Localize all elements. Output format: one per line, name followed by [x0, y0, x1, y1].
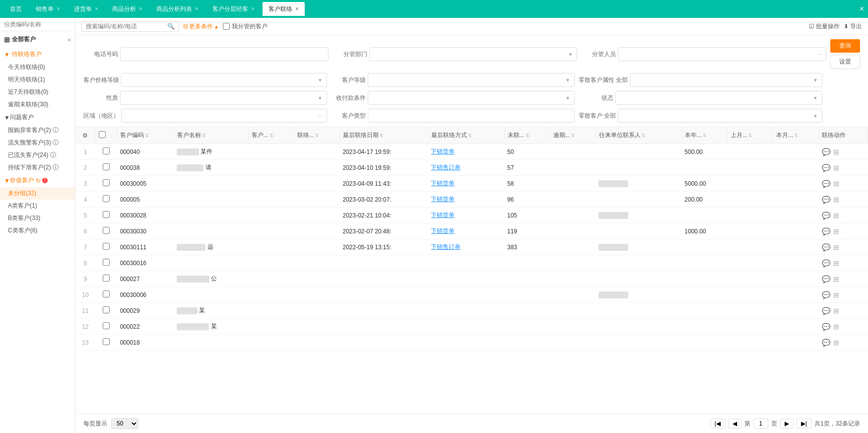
page-size-select[interactable]: 50 100 200 [111, 418, 138, 429]
first-page-button[interactable]: |◀ [710, 419, 725, 429]
tab-product-analysis[interactable]: 商品分析 × [106, 2, 148, 16]
comment-icon[interactable]: 💬 [822, 243, 830, 251]
tab-sales[interactable]: 销售单 × [30, 2, 66, 16]
search-input[interactable] [86, 23, 165, 30]
tab-customer-stratify[interactable]: 客户分层经客 × [206, 2, 261, 16]
grid-action-icon[interactable]: ⊞ [833, 148, 839, 156]
last-method-link[interactable]: 下销货单 [431, 196, 455, 203]
comment-icon[interactable]: 💬 [822, 180, 830, 188]
query-button[interactable]: 查询 [830, 39, 860, 53]
contact-column-header[interactable]: 联络...⇅ [294, 127, 339, 144]
reset-button[interactable]: 设置 [830, 55, 860, 69]
refresh-icon[interactable]: ↻ [36, 177, 41, 184]
row-checkbox[interactable] [103, 259, 110, 266]
prev-page-button[interactable]: ◀ [728, 419, 741, 429]
comment-icon[interactable]: 💬 [822, 164, 830, 172]
close-sales-tab-icon[interactable]: × [57, 5, 60, 12]
select-all-checkbox[interactable] [99, 131, 106, 138]
name-column-header[interactable]: 客户名称⇅ [174, 127, 248, 144]
sidebar-group-value[interactable]: ▼ 价值客户 ↻ ! [0, 174, 75, 187]
comment-icon[interactable]: 💬 [822, 339, 830, 347]
dept-select[interactable]: ▼ [369, 47, 578, 61]
customer-type-input[interactable] [368, 109, 575, 123]
my-customers-checkbox[interactable] [223, 23, 230, 30]
last-method-column-header[interactable]: 最后联络方式⇅ [428, 127, 504, 144]
grid-action-icon[interactable]: ⊞ [833, 196, 839, 204]
row-checkbox[interactable] [103, 147, 110, 154]
my-customers-checkbox-area[interactable]: 我分管的客户 [223, 22, 267, 31]
sidebar-item-churned[interactable]: 已流失客户(24) ⓘ [0, 149, 75, 161]
settings-column-header[interactable]: ⚙ [75, 127, 95, 144]
last-method-link[interactable]: 下销售订单 [431, 243, 461, 250]
unit-contact-column-header[interactable]: 往来单位联系人⇅ [596, 127, 681, 144]
close-purchase-tab-icon[interactable]: × [95, 5, 98, 12]
phone-input[interactable] [120, 47, 329, 61]
grid-action-icon[interactable]: ⊞ [833, 164, 839, 172]
grid-action-icon[interactable]: ⊞ [833, 307, 839, 315]
tab-purchase[interactable]: 进货单 × [68, 2, 104, 16]
batch-operation-button[interactable]: ☑ 批量操作 [809, 22, 840, 31]
close-product-list-tab-icon[interactable]: × [195, 5, 199, 12]
sidebar-all-customers[interactable]: ⊞ 全部客户 « [0, 31, 75, 48]
this-month-column-header[interactable]: 本月...⇅ [773, 127, 819, 144]
scatter-customer-select[interactable]: ▼ [618, 109, 822, 123]
sidebar-item-today-pending[interactable]: 今天待联络(0) [0, 61, 75, 73]
page-number-input[interactable] [753, 419, 768, 429]
last-method-link[interactable]: 下销货单 [431, 227, 455, 234]
sidebar-item-class-c[interactable]: C类客户(6) [0, 224, 75, 237]
sidebar-collapse-icon[interactable]: « [67, 36, 71, 43]
grid-action-icon[interactable]: ⊞ [833, 259, 839, 267]
grid-action-icon[interactable]: ⊞ [833, 275, 839, 283]
sidebar-item-overdue-pending[interactable]: 逾期未联络(30) [0, 98, 75, 111]
sidebar-item-class-b[interactable]: B类客户(33) [0, 212, 75, 224]
code-column-header[interactable]: 客户编码⇅ [117, 127, 174, 144]
sidebar-item-abnormal[interactable]: 囤购异常客户(2) ⓘ [0, 124, 75, 137]
sidebar-group-pending[interactable]: ▼ 待联络客户 [0, 48, 75, 61]
tab-home[interactable]: 首页 [4, 2, 28, 16]
sidebar-item-churn-warning[interactable]: 流失预警客户(3) ⓘ [0, 137, 75, 149]
overdue-column-header[interactable]: 逾期...⇅ [550, 127, 596, 144]
sidebar-item-7days-pending[interactable]: 近7天待联络(0) [0, 86, 75, 98]
grid-action-icon[interactable]: ⊞ [833, 180, 839, 188]
sidebar-group-problem[interactable]: ▼ 问题客户 [0, 111, 75, 124]
sidebar-item-class-a[interactable]: A类客户(1) [0, 200, 75, 212]
grid-action-icon[interactable]: ⊞ [833, 323, 839, 331]
row-checkbox[interactable] [103, 306, 110, 313]
row-checkbox[interactable] [103, 338, 110, 345]
export-button[interactable]: ⬇ 导出 [844, 22, 862, 31]
next-page-button[interactable]: ▶ [780, 419, 794, 429]
sidebar-item-declining[interactable]: 持续下滑客户(2) ⓘ [0, 161, 75, 174]
status-select[interactable]: ▼ [615, 91, 822, 105]
comment-icon[interactable]: 💬 [822, 307, 830, 315]
last-method-link[interactable]: 下销售订单 [431, 164, 461, 171]
row-checkbox[interactable] [103, 163, 110, 170]
row-checkbox[interactable] [103, 275, 110, 282]
comment-icon[interactable]: 💬 [822, 212, 830, 219]
comment-icon[interactable]: 💬 [822, 196, 830, 204]
last-page-button[interactable]: ▶| [797, 419, 811, 429]
grid-action-icon[interactable]: ⊞ [833, 243, 839, 251]
comment-icon[interactable]: 💬 [822, 291, 830, 299]
comment-icon[interactable]: 💬 [822, 323, 830, 331]
comment-icon[interactable]: 💬 [822, 275, 830, 283]
close-stratify-tab-icon[interactable]: × [251, 5, 255, 12]
comment-icon[interactable]: 💬 [822, 148, 830, 156]
price-level-select[interactable]: ▼ [121, 73, 327, 87]
comment-icon[interactable]: 💬 [822, 227, 830, 235]
grid-action-icon[interactable]: ⊞ [833, 227, 839, 235]
payment-select[interactable]: ▼ [368, 91, 575, 105]
last-method-link[interactable]: 下销货单 [431, 212, 455, 218]
type-column-header[interactable]: 客户...⇅ [248, 127, 294, 144]
scatter-attr-select[interactable]: ▼ [630, 73, 822, 87]
last-method-link[interactable]: 下销货单 [431, 180, 455, 187]
close-all-tabs-button[interactable]: × [860, 4, 864, 13]
row-checkbox[interactable] [103, 290, 110, 297]
row-checkbox[interactable] [103, 243, 110, 250]
sidebar-item-tomorrow-pending[interactable]: 明天待联络(1) [0, 73, 75, 86]
grid-action-icon[interactable]: ⊞ [833, 291, 839, 299]
row-checkbox[interactable] [103, 211, 110, 218]
sidebar-item-ungroup[interactable]: 未分组(32) [0, 187, 75, 200]
nature-select[interactable]: ▼ [120, 91, 327, 105]
last-method-link[interactable]: 下销货单 [431, 148, 455, 155]
region-select[interactable]: ··· [121, 109, 327, 123]
